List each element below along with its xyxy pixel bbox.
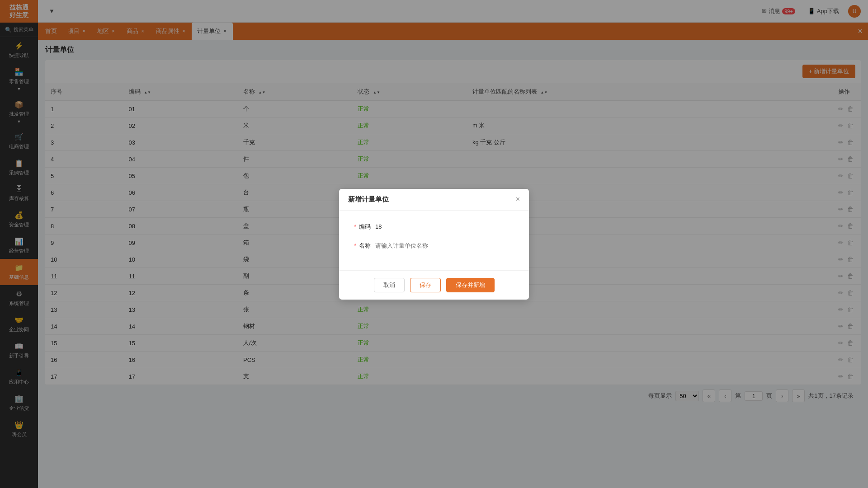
- name-label: * 名称: [348, 242, 375, 250]
- name-form-row: * 名称: [348, 240, 520, 251]
- code-form-row: * 编码: [348, 221, 520, 232]
- name-input[interactable]: [375, 240, 520, 251]
- code-label: * 编码: [348, 223, 375, 231]
- modal-header: 新增计量单位 ×: [339, 189, 529, 211]
- code-input[interactable]: [375, 221, 520, 232]
- modal-title: 新增计量单位: [348, 195, 389, 204]
- modal-close-button[interactable]: ×: [516, 196, 520, 203]
- code-required-mark: *: [354, 223, 356, 230]
- save-button[interactable]: 保存: [410, 278, 441, 292]
- modal-footer: 取消 保存 保存并新增: [339, 270, 529, 300]
- modal-overlay: 新增计量单位 × * 编码 * 名称 取消 保存 保存并新增: [0, 0, 868, 488]
- add-unit-modal: 新增计量单位 × * 编码 * 名称 取消 保存 保存并新增: [339, 189, 529, 300]
- cancel-button[interactable]: 取消: [374, 278, 405, 292]
- name-required-mark: *: [354, 242, 356, 249]
- save-and-new-button[interactable]: 保存并新增: [446, 278, 495, 292]
- modal-body: * 编码 * 名称: [339, 211, 529, 270]
